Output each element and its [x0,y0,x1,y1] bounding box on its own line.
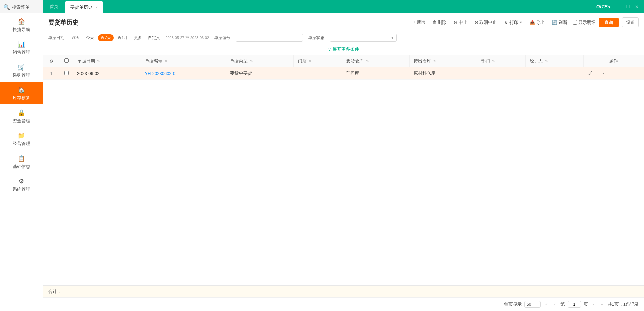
sidebar-item-purchase[interactable]: 🛒 采购管理 [0,59,43,82]
close-button[interactable]: × [635,3,639,10]
th-department: 部门 ⇅ [477,55,525,67]
th-number-sort-icon[interactable]: ⇅ [165,59,167,63]
doc-number-input[interactable] [236,34,303,42]
page-suffix: 页 [584,301,588,307]
row-number-link[interactable]: YH-20230602-0 [145,71,175,76]
shortcut-icon: 🏠 [18,18,25,25]
tab-requisition[interactable]: 要货单历史 × [65,1,103,13]
print-arrow-icon: ▼ [519,21,522,24]
th-action: 操作 [583,55,644,67]
tab-requisition-label: 要货单历史 [70,4,92,10]
page-size-select[interactable]: 10 20 50 100 [524,301,541,308]
table-settings-icon[interactable]: ⚙ [49,59,53,64]
date-range-display: 2023-05-27 至 2023-06-02 [165,35,209,40]
th-date-sort-icon[interactable]: ⇅ [97,59,100,63]
doc-number-label: 单据编号 [214,35,230,41]
row-type: 要货单要货 [226,67,293,80]
date-btn-today[interactable]: 今天 [84,34,96,41]
print-button[interactable]: 🖨 打印 ▼ [502,18,524,27]
sidebar-item-label: 系统管理 [13,186,30,192]
sidebar-item-label: 经营管理 [13,141,30,147]
sidebar-item-finance[interactable]: 🔒 资金管理 [0,104,43,127]
operation-icon: 📁 [18,132,25,139]
th-req-warehouse-label: 要货仓库 [346,58,364,63]
date-btn-1month[interactable]: 近1月 [116,34,130,41]
th-req-warehouse: 要货仓库 ⇅ [342,55,409,67]
settings-button[interactable]: 设置 [622,17,639,27]
refresh-icon: 🔄 [552,20,557,25]
row-date: 2023-06-02 [73,67,141,80]
prev-page-btn[interactable]: ‹ [552,301,558,307]
display-detail-checkbox-wrapper[interactable]: 显示明细 [573,19,596,26]
row-edit-icon[interactable]: 🖊 [587,70,593,77]
cancel-stop-button[interactable]: ⊙ 取消中止 [473,18,499,27]
display-detail-checkbox[interactable] [573,20,577,25]
topbar: 首页 要货单历史 × OfTEn — □ × [43,0,644,13]
th-handler-sort-icon[interactable]: ⇅ [545,59,548,63]
expand-more-btn[interactable]: ∨ 展开更多条件 [48,44,639,55]
sidebar-item-shortcut[interactable]: 🏠 快捷导航 [0,13,43,36]
sidebar-search[interactable]: 🔍 搜索菜单 [0,0,43,13]
th-pending-warehouse-sort-icon[interactable]: ⇅ [433,59,436,63]
main-content: 首页 要货单历史 × OfTEn — □ × 要货单历史 + 新增 🗑 删除 ⊖ [43,0,644,311]
sidebar-item-inventory[interactable]: 🏠 库存核算 [0,82,43,104]
new-button[interactable]: + 新增 [412,18,427,27]
row-checkbox[interactable] [64,71,69,75]
total-info: 共1页，1条记录 [608,301,639,307]
row-department [477,67,525,80]
select-all-checkbox[interactable] [64,58,69,63]
status-select[interactable] [330,34,397,42]
stop-button[interactable]: ⊖ 中止 [452,18,469,27]
th-store-sort-icon[interactable]: ⇅ [309,59,311,63]
query-button[interactable]: 查询 [599,18,619,27]
th-number: 单据编号 ⇅ [141,55,226,67]
first-page-btn[interactable]: « [543,301,550,307]
row-pending-warehouse: 原材料仓库 [410,67,477,80]
inventory-icon: 🏠 [18,86,25,94]
next-page-btn[interactable]: › [591,301,596,307]
maximize-button[interactable]: □ [627,4,630,10]
th-settings: ⚙ [43,55,60,67]
sidebar-item-label: 库存核算 [13,95,30,101]
table-wrapper: ⚙ 单据日期 ⇅ 单据编号 ⇅ [43,55,644,285]
th-checkbox [60,55,73,67]
delete-button[interactable]: 🗑 删除 [430,18,448,27]
sidebar-item-system[interactable]: ⚙ 系统管理 [0,173,43,196]
last-page-btn[interactable]: » [599,301,605,307]
date-btn-custom[interactable]: 自定义 [146,34,162,41]
sidebar-item-sales[interactable]: 📊 销售管理 [0,36,43,59]
th-store-label: 门店 [298,58,307,63]
stop-icon: ⊖ [454,20,458,25]
th-department-sort-icon[interactable]: ⇅ [492,59,495,63]
th-action-label: 操作 [609,58,618,63]
display-detail-label: 显示明细 [578,19,596,26]
date-btn-yesterday[interactable]: 昨天 [70,34,82,41]
page-header: 要货单历史 + 新增 🗑 删除 ⊖ 中止 ⊙ 取消中止 🖨 打印 [43,13,644,30]
sidebar-item-operation[interactable]: 📁 经营管理 [0,127,43,150]
th-pending-warehouse: 待出仓库 ⇅ [410,55,477,67]
tab-home[interactable]: 首页 [43,0,65,13]
sales-icon: 📊 [18,41,25,48]
row-store [293,67,342,80]
sidebar-item-label: 资金管理 [13,118,30,124]
print-label: 打印 [509,19,518,26]
th-req-warehouse-sort-icon[interactable]: ⇅ [366,59,369,63]
date-btn-7days[interactable]: 近7天 [98,34,114,41]
th-date-label: 单据日期 [77,58,95,63]
page-content: 要货单历史 + 新增 🗑 删除 ⊖ 中止 ⊙ 取消中止 🖨 打印 [43,13,644,311]
tab-home-label: 首页 [50,4,58,10]
export-icon: 📤 [530,20,535,25]
sidebar-search-label: 搜索菜单 [12,4,30,10]
refresh-button[interactable]: 🔄 刷新 [550,18,569,27]
brand-label: OfTEn [596,4,610,9]
pagination: 每页显示 10 20 50 100 « ‹ 第 页 › » 共1页，1条记录 [43,297,644,311]
page-input[interactable] [568,301,581,308]
row-more-icon[interactable]: ⋮⋮ [596,70,607,77]
th-type-sort-icon[interactable]: ⇅ [250,59,253,63]
tab-close-icon[interactable]: × [96,5,98,9]
minimize-button[interactable]: — [616,4,621,10]
export-button[interactable]: 📤 导出 [528,18,547,27]
cancel-stop-icon: ⊙ [475,20,478,25]
sidebar-item-basic[interactable]: 📋 基础信息 [0,150,43,173]
date-btn-more[interactable]: 更多 [132,34,144,41]
